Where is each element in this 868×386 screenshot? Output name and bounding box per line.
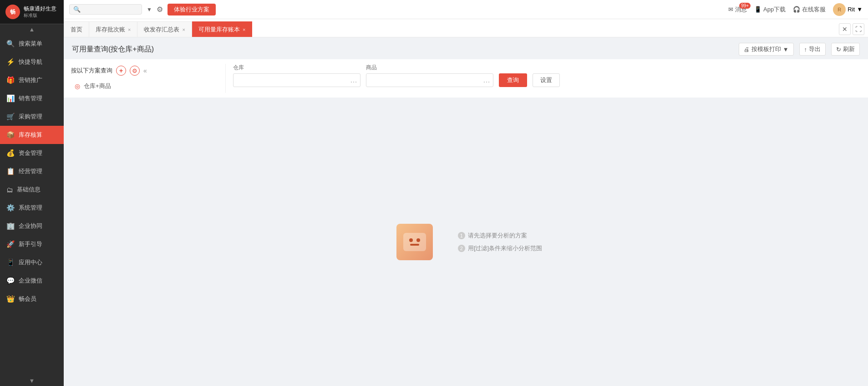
add-scheme-button[interactable]: +	[116, 66, 126, 76]
sidebar-item-guide[interactable]: 🚀 新手引导	[0, 235, 64, 253]
page-actions: 🖨 按模板打印 ▼ ↑ 导出 ↻ 刷新	[739, 43, 860, 56]
tab-batch-close[interactable]: ×	[128, 27, 131, 32]
filter-area: 按以下方案查询 + ⚙ « ◎ 仓库+商品 仓库 …	[64, 59, 868, 98]
goods-input[interactable]	[366, 77, 480, 84]
system-icon: ⚙️	[6, 204, 15, 212]
search-input[interactable]	[83, 6, 133, 13]
user-dropdown-icon: ▼	[857, 6, 863, 13]
sidebar-item-sales[interactable]: 📊 销售管理	[0, 89, 64, 108]
online-service-button[interactable]: 🎧 在线客服	[793, 5, 826, 14]
collapse-button[interactable]: «	[143, 67, 147, 74]
app-icon: 📱	[754, 6, 761, 13]
app-download-button[interactable]: 📱 App下载	[754, 5, 786, 14]
vip-icon: 👑	[6, 295, 15, 303]
goods-label: 商品	[366, 64, 493, 72]
sidebar-item-vip[interactable]: 👑 畅会员	[0, 290, 64, 308]
main-content: 🔍 ▼ ⚙ 体验行业方案 ✉ 消息 99+ 📱 App下载 🎧 在线客服 R R…	[64, 0, 868, 386]
search-icon: 🔍	[73, 6, 81, 13]
sidebar-item-finance[interactable]: 💰 资金管理	[0, 144, 64, 162]
hint-text-2: 用[过滤]条件来缩小分析范围	[468, 244, 542, 252]
user-menu[interactable]: R Rit ▼	[833, 3, 863, 16]
goods-dots[interactable]: …	[480, 76, 493, 84]
goods-field: 商品 …	[366, 64, 493, 87]
query-button[interactable]: 查询	[499, 73, 527, 87]
sales-icon: 📊	[6, 94, 15, 103]
trial-button[interactable]: 体验行业方案	[168, 4, 216, 15]
scheme-item-warehouse[interactable]: ◎ 仓库+商品	[71, 79, 220, 93]
sidebar-item-inventory[interactable]: 📦 库存核算	[0, 126, 64, 144]
page-title: 可用量查询(按仓库+商品)	[72, 45, 154, 54]
topbar: 🔍 ▼ ⚙ 体验行业方案 ✉ 消息 99+ 📱 App下载 🎧 在线客服 R R…	[64, 0, 868, 19]
topbar-search-box[interactable]: 🔍	[69, 4, 142, 15]
scheme-icon: ◎	[75, 82, 80, 90]
sidebar-item-system[interactable]: ⚙️ 系统管理	[0, 199, 64, 217]
tab-available[interactable]: 可用量库存账本 ×	[192, 21, 252, 37]
purchase-icon: 🛒	[6, 113, 15, 121]
sidebar: 畅 畅康通好生意 标准版 ▲ 🔍 搜索菜单 ⚡ 快捷导航 🎁 营销推广 📊 销售…	[0, 0, 64, 386]
sidebar-scroll-down[interactable]: ▼	[0, 376, 64, 386]
filter-fields: 仓库 … 商品 … 查询 设置	[226, 64, 861, 87]
setting-button[interactable]: 设置	[533, 73, 560, 87]
app-logo: 畅	[5, 5, 20, 19]
tab-home[interactable]: 首页	[64, 21, 89, 37]
sidebar-item-wechat[interactable]: 💬 企业微信	[0, 272, 64, 290]
empty-state: 1 请先选择要分析的方案 2 用[过滤]条件来缩小分析范围	[64, 98, 868, 386]
warehouse-input-wrap: …	[233, 73, 360, 87]
wechat-icon: 💬	[6, 277, 15, 285]
tabbar: 首页 库存批次账 × 收发存汇总表 × 可用量库存账本 × ✕ ⛶	[64, 19, 868, 37]
tabbar-actions: ✕ ⛶	[839, 23, 868, 37]
empty-illustration	[390, 215, 444, 269]
hint-num-2: 2	[458, 245, 465, 252]
guide-icon: 🚀	[6, 240, 15, 248]
filter-scheme-header: 按以下方案查询 + ⚙ «	[71, 64, 220, 79]
message-button[interactable]: ✉ 消息 99+	[728, 5, 747, 14]
enterprise-icon: 🏢	[6, 222, 15, 230]
tab-collect[interactable]: 收发存汇总表 ×	[137, 21, 192, 37]
goods-input-wrap: …	[366, 73, 493, 87]
sidebar-menu: 🔍 搜索菜单 ⚡ 快捷导航 🎁 营销推广 📊 销售管理 🛒 采购管理 📦 库存核…	[0, 35, 64, 376]
filter-scheme-label: 按以下方案查询	[71, 67, 112, 75]
export-icon: ↑	[804, 46, 807, 53]
warehouse-dots[interactable]: …	[347, 76, 360, 84]
search-dropdown[interactable]: ▼	[147, 6, 152, 13]
tab-collect-close[interactable]: ×	[182, 27, 185, 32]
sidebar-item-appstore[interactable]: 📱 应用中心	[0, 253, 64, 272]
topbar-right: ✉ 消息 99+ 📱 App下载 🎧 在线客服 R Rit ▼	[728, 3, 863, 16]
tab-close-button[interactable]: ✕	[839, 23, 851, 35]
warehouse-input[interactable]	[233, 77, 347, 84]
sidebar-item-enterprise[interactable]: 🏢 企业协同	[0, 217, 64, 235]
sidebar-item-search[interactable]: 🔍 搜索菜单	[0, 35, 64, 53]
scheme-settings-button[interactable]: ⚙	[130, 66, 140, 76]
robot-icon	[396, 224, 433, 260]
sidebar-item-marketing[interactable]: 🎁 营销推广	[0, 71, 64, 89]
sidebar-item-purchase[interactable]: 🛒 采购管理	[0, 108, 64, 126]
tab-available-close[interactable]: ×	[243, 27, 245, 32]
print-icon: 🖨	[744, 46, 750, 53]
refresh-button[interactable]: ↻ 刷新	[831, 43, 860, 56]
hint-item-2: 2 用[过滤]条件来缩小分析范围	[458, 244, 542, 252]
operation-icon: 📋	[6, 167, 15, 175]
sidebar-item-shortcut[interactable]: ⚡ 快捷导航	[0, 53, 64, 71]
message-badge: 99+	[739, 3, 751, 9]
inventory-icon: 📦	[6, 131, 15, 139]
sidebar-scroll-up[interactable]: ▲	[0, 24, 64, 35]
settings-icon[interactable]: ⚙	[157, 5, 163, 14]
tab-expand-button[interactable]: ⛶	[853, 23, 864, 35]
message-icon: ✉	[728, 6, 733, 13]
hint-num-1: 1	[458, 232, 465, 239]
sidebar-item-operation[interactable]: 📋 经营管理	[0, 162, 64, 180]
export-button[interactable]: ↑ 导出	[799, 43, 826, 56]
tab-batch[interactable]: 库存批次账 ×	[89, 21, 137, 37]
warehouse-field: 仓库 …	[233, 64, 360, 87]
appstore-icon: 📱	[6, 258, 15, 267]
template-dropdown-icon: ▼	[783, 46, 789, 53]
service-icon: 🎧	[793, 6, 800, 13]
sidebar-header: 畅 畅康通好生意 标准版	[0, 0, 64, 24]
template-print-button[interactable]: 🖨 按模板打印 ▼	[739, 43, 794, 56]
refresh-icon: ↻	[836, 46, 841, 53]
filter-scheme-panel: 按以下方案查询 + ⚙ « ◎ 仓库+商品	[71, 64, 226, 93]
sidebar-item-basic[interactable]: 🗂 基础信息	[0, 180, 64, 199]
avatar: R	[833, 3, 846, 16]
shortcut-icon: ⚡	[6, 58, 15, 66]
marketing-icon: 🎁	[6, 76, 15, 84]
